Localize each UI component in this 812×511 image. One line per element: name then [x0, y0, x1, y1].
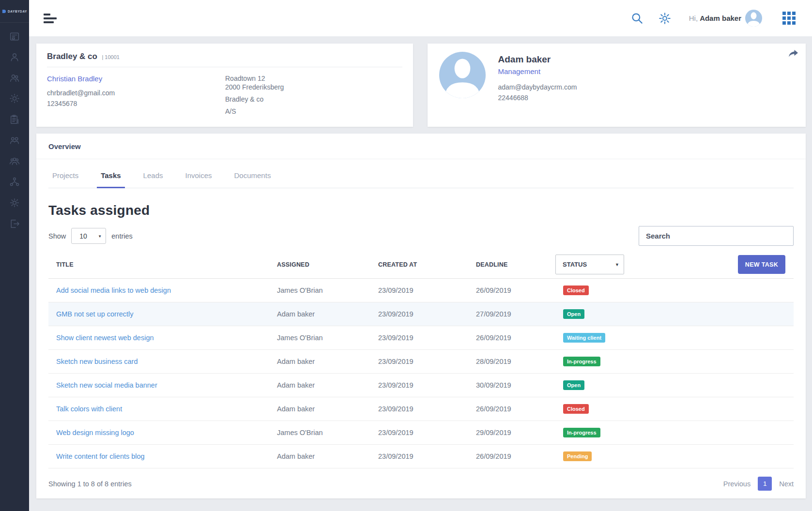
task-title-link[interactable]: Talk colors with client [56, 405, 122, 413]
logo-text: DAYBYDAY [8, 10, 27, 13]
overview-title: Overview [36, 134, 806, 159]
company-name: Bradley & co [47, 52, 97, 61]
absences-icon [9, 135, 20, 146]
sidebar: DAYBYDAY [0, 0, 29, 511]
column-header-title[interactable]: TITLE [48, 261, 269, 268]
assigned-cell: James O'Brian [269, 286, 370, 294]
sidebar-item-departments[interactable] [9, 176, 20, 188]
created-at-cell: 23/09/2019 [370, 310, 468, 318]
table-row: Sketch new business cardAdam baker23/09/… [48, 350, 794, 374]
search-input[interactable] [639, 226, 794, 246]
primary-contact-link[interactable]: Christian Bradley [47, 75, 102, 83]
status-badge: Waiting client [563, 333, 605, 343]
sidebar-item-teams[interactable] [9, 155, 20, 167]
dashboard-icon [9, 30, 20, 42]
user-icon [9, 51, 20, 63]
logout-icon [9, 218, 20, 229]
deadline-cell: 26/09/2019 [468, 334, 555, 342]
sidebar-nav [0, 23, 29, 229]
tab-invoices[interactable]: Invoices [181, 171, 215, 188]
tab-leads[interactable]: Leads [139, 171, 167, 188]
sidebar-item-dashboard[interactable] [9, 30, 20, 42]
status-badge: Pending [563, 451, 592, 461]
pagination-previous[interactable]: Previous [723, 480, 751, 488]
table-row: Add social media links to web designJame… [48, 279, 794, 302]
column-header-deadline[interactable]: DEADLINE [468, 261, 555, 268]
tab-bar: ProjectsTasksLeadsInvoicesDocuments [48, 171, 794, 188]
created-at-cell: 23/09/2019 [370, 405, 468, 413]
new-task-button[interactable]: NEW TASK [738, 255, 785, 274]
topbar: Hi,Adam baker [29, 0, 812, 36]
entries-label: entries [111, 232, 133, 240]
assigned-cell: Adam baker [269, 452, 370, 460]
sidebar-item-absences[interactable] [9, 135, 20, 146]
address-line2: 2000 Frederiksberg [225, 83, 284, 91]
gear-icon[interactable] [658, 12, 672, 25]
task-title-link[interactable]: Add social media links to web design [56, 286, 171, 294]
column-header-created[interactable]: CREATED AT [370, 261, 468, 268]
clients-icon [9, 72, 20, 84]
table-row: GMB not set up correctlyAdam baker23/09/… [48, 302, 794, 326]
table-row: Show client newest web designJames O'Bri… [48, 326, 794, 350]
page-length-select[interactable]: 10 [71, 228, 106, 244]
company-phone: 12345678 [47, 100, 225, 107]
sidebar-item-leads[interactable] [9, 93, 20, 105]
topbar-user-name: Adam baker [700, 14, 741, 22]
deadline-cell: 30/09/2019 [468, 381, 555, 389]
user-email: adam@daybydaycrm.com [498, 83, 577, 91]
logo-mark-icon [2, 9, 6, 14]
person-icon [745, 10, 762, 27]
app-logo[interactable]: DAYBYDAY [0, 0, 29, 23]
company-email: chrbradlet@gmail.com [47, 89, 225, 97]
tab-documents[interactable]: Documents [230, 171, 275, 188]
tab-projects[interactable]: Projects [48, 171, 82, 188]
tab-tasks[interactable]: Tasks [97, 171, 124, 188]
sidebar-item-settings[interactable] [9, 197, 20, 209]
task-title-link[interactable]: Sketch new social media banner [56, 381, 157, 389]
sidebar-item-logout[interactable] [9, 218, 20, 229]
task-title-link[interactable]: Write content for clients blog [56, 452, 145, 460]
deadline-cell: 29/09/2019 [468, 429, 555, 436]
task-title-link[interactable]: Show client newest web design [56, 334, 154, 342]
pagination: Previous 1 Next [723, 477, 794, 491]
user-department-link[interactable]: Management [498, 67, 577, 75]
company-card: Bradley & co | 10001 Christian Bradley c… [36, 44, 413, 127]
deadline-cell: 26/09/2019 [468, 452, 555, 460]
address-legal-form: A/S [225, 107, 284, 115]
assigned-cell: Adam baker [269, 358, 370, 365]
column-header-assigned[interactable]: ASSIGNED [269, 261, 370, 268]
topbar-avatar[interactable] [745, 10, 762, 27]
table-row: Write content for clients blogAdam baker… [48, 445, 794, 468]
tasks-icon [9, 114, 20, 125]
pagination-page-1[interactable]: 1 [758, 477, 772, 491]
departments-icon [9, 176, 20, 188]
sidebar-item-tasks[interactable] [9, 114, 20, 125]
apps-grid-icon[interactable] [782, 12, 796, 25]
hamburger-menu-icon[interactable] [44, 14, 57, 23]
top-cards: Bradley & co | 10001 Christian Bradley c… [36, 44, 806, 127]
created-at-cell: 23/09/2019 [370, 334, 468, 342]
user-greeting[interactable]: Hi,Adam baker [689, 14, 741, 22]
person-icon [439, 52, 486, 98]
status-badge: In-progress [563, 428, 600, 437]
search-icon[interactable] [630, 12, 643, 25]
share-arrow-icon[interactable] [789, 50, 798, 59]
sidebar-item-users[interactable] [9, 51, 20, 63]
address-company: Bradley & co [225, 95, 284, 103]
table-info: Showing 1 to 8 of 8 entries [48, 480, 132, 488]
task-title-link[interactable]: Web design missing logo [56, 429, 134, 436]
task-table-body: Add social media links to web designJame… [48, 279, 794, 468]
user-phone: 22446688 [498, 94, 577, 102]
greeting-prefix: Hi, [689, 14, 698, 22]
user-avatar [439, 52, 486, 98]
created-at-cell: 23/09/2019 [370, 381, 468, 389]
task-title-link[interactable]: Sketch new business card [56, 358, 138, 365]
task-title-link[interactable]: GMB not set up correctly [56, 310, 134, 318]
address-line1: Roadtown 12 [225, 75, 284, 82]
leads-icon [9, 93, 20, 105]
status-badge: In-progress [563, 357, 600, 366]
assigned-cell: Adam baker [269, 381, 370, 389]
sidebar-item-clients[interactable] [9, 72, 20, 84]
status-filter-select[interactable]: STATUS [555, 255, 624, 274]
pagination-next[interactable]: Next [779, 480, 794, 488]
